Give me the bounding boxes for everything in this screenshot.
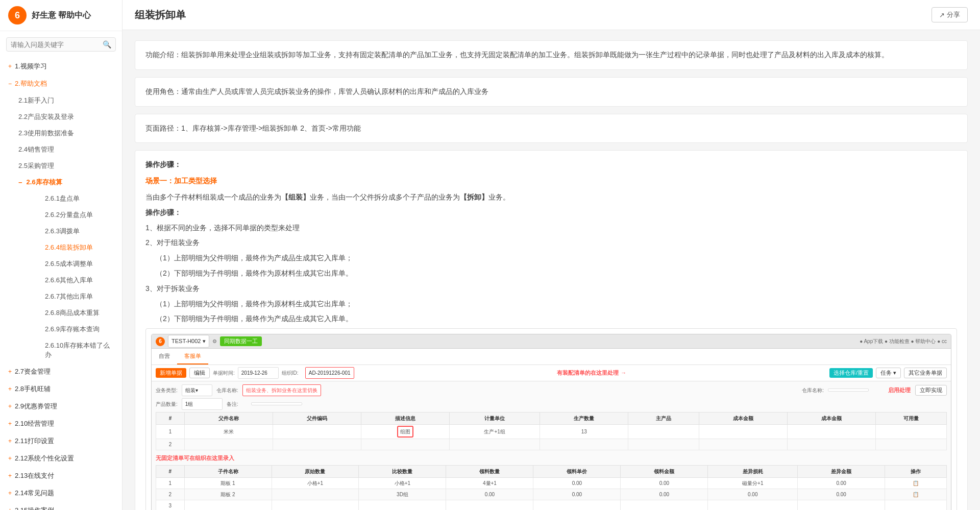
- page-title: 组装拆卸单: [135, 8, 186, 22]
- annotation1: 有装配清单的在这里处理: [557, 368, 619, 378]
- path-card: 页面路径：1、库存核算->库存管理->组装拆卸单 2、首页->常用功能: [135, 114, 968, 143]
- th-qty: 生产数量: [540, 412, 628, 424]
- sidebar-item-268[interactable]: 2.6.8商品成本重算: [27, 305, 122, 321]
- sidebar-item-docs-label: 2.帮助文档: [15, 79, 47, 88]
- page-header: 组装拆卸单 ↗ 分享: [122, 0, 980, 30]
- sidebar-item-27[interactable]: 2.7资金管理: [0, 363, 122, 380]
- annotation4: 无固定清单可在组织在这里录入: [156, 453, 234, 463]
- search-input[interactable]: [11, 41, 103, 48]
- step1: 1、根据不同的业务，选择不同单据的类型来处理: [145, 222, 957, 234]
- scene1-desc: 当由多个子件材料组装成一个成品的业务为【组装】业务，当由一个父件拆分成多个子产品…: [145, 191, 957, 204]
- table-row: 3: [156, 500, 947, 510]
- logo-icon: 6: [8, 6, 27, 25]
- sidebar-item-21[interactable]: 2.1新手入门: [0, 92, 122, 109]
- table-row: 1 米米 组图 生产+1组 13: [156, 424, 947, 439]
- sidebar-item-265[interactable]: 2.6.5成本调整单: [27, 256, 122, 272]
- sidebar-item-215[interactable]: 2.15操作案例: [0, 502, 122, 510]
- search-box[interactable]: 🔍: [6, 37, 116, 52]
- mock-tab-self[interactable]: 自营: [152, 349, 177, 365]
- mock-btn-period[interactable]: 同期数据一工: [220, 336, 262, 346]
- content-area: 功能介绍：组装拆卸单用来处理企业组装或拆卸等加工业务，支持有固定装配清单的产品加…: [122, 30, 980, 510]
- sidebar-item-261[interactable]: 2.6.1盘点单: [27, 190, 122, 207]
- sidebar-item-213[interactable]: 2.13在线支付: [0, 467, 122, 484]
- sidebar-header: 6 好生意 帮助中心: [0, 0, 122, 31]
- annotation3: 启用处理: [888, 387, 911, 393]
- sidebar-item-263[interactable]: 2.6.3调拨单: [27, 223, 122, 239]
- sub-th-amount: 领料金额: [621, 465, 708, 477]
- mock-org-selector[interactable]: TEST-H002 ▾: [168, 335, 209, 348]
- main-content: 组装拆卸单 ↗ 分享 功能介绍：组装拆卸单用来处理企业组装或拆卸等加工业务，支持…: [122, 0, 980, 510]
- toggle-icon-215: [8, 507, 12, 510]
- share-icon: ↗: [939, 11, 945, 19]
- mock-new-btn[interactable]: 新增单据: [156, 368, 186, 378]
- sidebar-item-25[interactable]: 2.5采购管理: [0, 158, 122, 174]
- sidebar-item-266[interactable]: 2.6.6其他入库单: [27, 272, 122, 288]
- step2: 2、对于组装业务: [145, 237, 957, 249]
- mock-form-row1: 业务类型: 组装▾ 仓库名称: 组装业务、拆卸业务在这里切换 仓库名称:: [156, 384, 947, 396]
- scene1-title: 场景一：加工类型选择: [145, 177, 217, 185]
- steps-card: 操作步骤： 场景一：加工类型选择 当由多个子件材料组装成一个成品的业务为【组装】…: [135, 150, 968, 510]
- sub-th-comp-qty: 比较数量: [359, 465, 446, 477]
- sidebar-item-210[interactable]: 2.10经营管理: [0, 415, 122, 432]
- sub-th-diff-amt: 差异金额: [798, 465, 885, 477]
- sidebar-item-29[interactable]: 2.9优惠券管理: [0, 398, 122, 415]
- sub-th-ops: 操作: [885, 465, 947, 477]
- toggle-icon-211: [8, 438, 12, 445]
- share-label: 分享: [947, 10, 960, 19]
- toggle-icon-212: [8, 455, 12, 462]
- th-main-product: 主产品: [628, 412, 699, 424]
- mock-form-row2: 产品数量: 1组 备注:: [156, 398, 947, 410]
- step2-1: （1）上部明细为父件明细，最终作为产成品生成其它入库单；: [156, 252, 957, 264]
- nav-section: 1.视频学习 2.帮助文档 2.1新手入门 2.2产品安装及登录 2.3使用前数…: [0, 58, 122, 510]
- mock-child-table: # 子件名称 原始数量 比较数量 领料数量 领料单价 领料金额 差异损耗 差异金…: [156, 465, 947, 510]
- sidebar-item-video[interactable]: 1.视频学习: [0, 58, 122, 75]
- arrow1: →: [621, 368, 626, 378]
- mock-topbar: 6 TEST-H002 ▾ ⚙ 同期数据一工 ● App下载 ● 功能检查 ● …: [152, 334, 951, 349]
- screenshot-area: 6 TEST-H002 ▾ ⚙ 同期数据一工 ● App下载 ● 功能检查 ● …: [145, 328, 957, 510]
- share-button[interactable]: ↗ 分享: [932, 7, 968, 22]
- sidebar-item-28[interactable]: 2.8手机旺辅: [0, 380, 122, 398]
- toggle-icon-213: [8, 472, 12, 479]
- step2-2: （2）下部明细为子件明细，最终作为原材料生成其它出库单。: [156, 268, 957, 280]
- mock-parent-table: # 父件名称 父件编码 描述信息 计量单位 生产数量 主产品 成本金额 成本金额: [156, 412, 947, 450]
- table-row: 2 期板 2 3D组 0.00 0.00 0.00 0.00 0.00 �: [156, 489, 947, 500]
- search-button[interactable]: 🔍: [103, 40, 111, 48]
- mock-edit-btn[interactable]: 编辑: [189, 368, 210, 378]
- sub-th-name: 子件名称: [184, 465, 272, 477]
- toggle-icon-27: [8, 368, 12, 375]
- mock-select-warehouse[interactable]: 选择仓库/重置: [829, 368, 873, 378]
- sidebar-item-22[interactable]: 2.2产品安装及登录: [0, 109, 122, 125]
- sidebar-item-267[interactable]: 2.6.7其他出库单: [27, 288, 122, 305]
- sidebar-item-269[interactable]: 2.6.9库存账本查询: [27, 321, 122, 337]
- mock-tab-service[interactable]: 客服单: [177, 349, 208, 365]
- sidebar-item-212[interactable]: 2.12系统个性化设置: [0, 450, 122, 467]
- mock-app: 6 TEST-H002 ▾ ⚙ 同期数据一工 ● App下载 ● 功能检查 ● …: [151, 334, 951, 510]
- sidebar-item-211[interactable]: 2.11打印设置: [0, 432, 122, 450]
- mock-ops-btn[interactable]: 其它业务单据: [904, 368, 947, 378]
- logo-title: 好生意 帮助中心: [32, 10, 91, 21]
- mock-confirm-btn[interactable]: 立即实现: [915, 385, 947, 396]
- sidebar-item-26[interactable]: − 2.6库存核算: [0, 174, 122, 190]
- sidebar-item-214[interactable]: 2.14常见问题: [0, 484, 122, 502]
- sidebar-item-23[interactable]: 2.3使用前数据准备: [0, 125, 122, 141]
- sidebar-item-video-label: 1.视频学习: [15, 62, 47, 71]
- sidebar-item-2610[interactable]: 2.6.10库存账本错了么办: [27, 337, 122, 363]
- steps-sub-title: 操作步骤：: [145, 207, 957, 219]
- mock-logo: 6: [156, 337, 165, 346]
- sub-th-orig-qty: 原始数量: [272, 465, 359, 477]
- step3: 3、对于拆装业务: [145, 283, 957, 295]
- intro-card-1: 功能介绍：组装拆卸单用来处理企业组装或拆卸等加工业务，支持有固定装配清单的产品加…: [135, 40, 968, 70]
- th-cost1: 成本金额: [699, 412, 788, 424]
- mock-tabs: 自营 客服单: [152, 349, 951, 365]
- mock-task-btn[interactable]: 任务 ▾: [876, 368, 901, 378]
- intro-text-2: 使用角色：通常由生产人员或库管人员完成拆装业务的操作，库管人员确认原材料的出库和…: [145, 87, 488, 95]
- th-cost2: 成本金额: [788, 412, 876, 424]
- sidebar-item-264[interactable]: 2.6.4组装拆卸单: [27, 239, 122, 256]
- sidebar-item-262[interactable]: 2.6.2分量盘点单: [27, 207, 122, 223]
- mock-date-val: 2019-12-26: [238, 367, 279, 379]
- toggle-icon-docs: [8, 80, 12, 87]
- sidebar-item-docs[interactable]: 2.帮助文档: [0, 75, 122, 92]
- toggle-icon-28: [8, 385, 12, 393]
- sidebar-item-24[interactable]: 2.4销售管理: [0, 141, 122, 158]
- annotation2: 组装业务、拆卸业务在这里切换: [246, 387, 317, 393]
